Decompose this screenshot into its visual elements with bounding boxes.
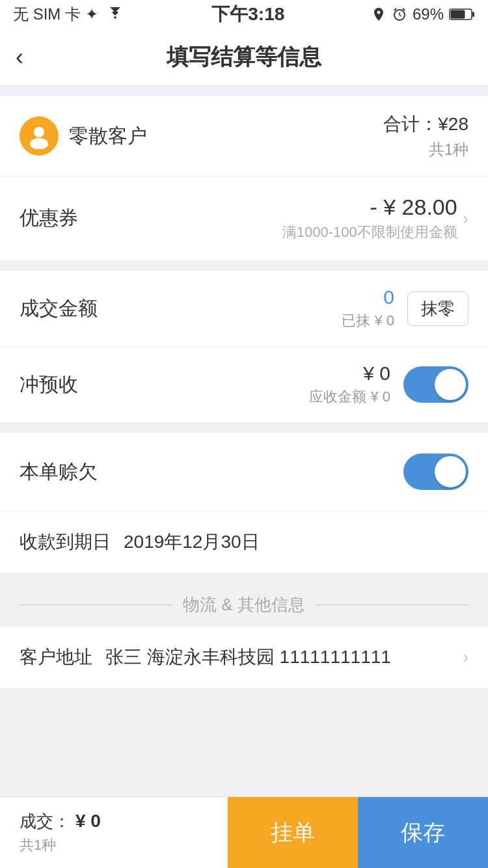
debit-toggle[interactable] [403, 454, 468, 490]
hold-button[interactable]: 挂单 [228, 797, 358, 868]
customer-avatar [20, 116, 59, 156]
deal-amount-sub: 已抹 ¥ 0 [342, 311, 394, 331]
status-time: 下午3:18 [211, 2, 284, 27]
nav-bar: ‹ 填写结算等信息 [0, 29, 488, 86]
logistics-divider-text: 物流 & 其他信息 [183, 593, 305, 616]
divider-line-left [20, 604, 172, 605]
address-label: 客户地址 [20, 645, 92, 670]
address-row[interactable]: 客户地址 张三 海淀永丰科技园 11111111111 › [0, 627, 488, 688]
customer-total: 合计：¥28 [383, 112, 468, 137]
svg-point-5 [30, 138, 48, 149]
logistics-divider: 物流 & 其他信息 [0, 583, 488, 627]
coupon-right: - ¥ 28.00 满1000-100不限制使用金额 › [282, 195, 468, 242]
footer-deal-amount: ¥ 0 [75, 811, 101, 832]
debit-label: 本单赊欠 [20, 459, 98, 485]
coupon-amount: - ¥ 28.00 [282, 195, 457, 220]
deal-amount-right: 0 已抹 ¥ 0 抹零 [342, 286, 468, 331]
customer-count: 共1种 [383, 139, 468, 160]
debit-row: 本单赊欠 [0, 433, 488, 511]
page-title: 填写结算等信息 [167, 42, 321, 72]
deal-amount-row: 成交金额 0 已抹 ¥ 0 抹零 [0, 271, 488, 347]
customer-name: 零散客户 [69, 123, 147, 150]
due-date-label: 收款到期日 [20, 530, 111, 554]
footer-info: 成交： ¥ 0 共1种 [0, 797, 228, 868]
prepayment-right: ¥ 0 应收金额 ¥ 0 [309, 362, 468, 407]
coupon-row[interactable]: 优惠券 - ¥ 28.00 满1000-100不限制使用金额 › [0, 176, 488, 260]
customer-right: 合计：¥28 共1种 [383, 112, 468, 160]
prepayment-sub: 应收金额 ¥ 0 [309, 387, 390, 407]
coupon-desc: 满1000-100不限制使用金额 [282, 223, 457, 242]
round-zero-button[interactable]: 抹零 [407, 292, 468, 326]
debit-section: 本单赊欠 收款到期日 2019年12月30日 [0, 433, 488, 573]
location-icon [371, 7, 386, 22]
no-sim-text: 无 SIM 卡 ✦ [13, 4, 98, 25]
customer-row: 零散客户 合计：¥28 共1种 [0, 96, 488, 176]
customer-section: 零散客户 合计：¥28 共1种 优惠券 - ¥ 28.00 满1000-100不… [0, 96, 488, 260]
save-button[interactable]: 保存 [358, 797, 488, 868]
footer-count: 共1种 [20, 835, 208, 855]
back-button[interactable]: ‹ [16, 44, 23, 71]
prepayment-toggle[interactable] [403, 366, 468, 403]
battery-icon [449, 8, 475, 21]
due-date-row[interactable]: 收款到期日 2019年12月30日 [0, 511, 488, 573]
due-date-value: 2019年12月30日 [124, 530, 260, 554]
prepayment-label: 冲预收 [20, 372, 78, 398]
prepayment-amount: ¥ 0 [363, 362, 390, 384]
svg-point-4 [34, 127, 44, 137]
address-value: 张三 海淀永丰科技园 11111111111 [105, 645, 463, 670]
transaction-section: 成交金额 0 已抹 ¥ 0 抹零 冲预收 ¥ 0 应收金额 ¥ 0 [0, 271, 488, 422]
address-chevron: › [463, 647, 468, 668]
footer-deal-label: 成交： [20, 810, 70, 833]
prepayment-row: 冲预收 ¥ 0 应收金额 ¥ 0 [0, 347, 488, 422]
footer: 成交： ¥ 0 共1种 挂单 保存 [0, 796, 488, 868]
status-bar: 无 SIM 卡 ✦ 下午3:18 69% [0, 0, 488, 29]
coupon-label: 优惠券 [20, 205, 78, 232]
deal-amount-label: 成交金额 [20, 295, 98, 322]
customer-left: 零散客户 [20, 116, 147, 156]
coupon-chevron-icon: › [463, 208, 468, 229]
svg-rect-2 [450, 10, 465, 19]
svg-rect-3 [472, 12, 474, 17]
deal-amount-value[interactable]: 0 [383, 286, 394, 308]
alarm-icon [392, 7, 407, 22]
status-right: 69% [371, 5, 475, 23]
battery-text: 69% [413, 5, 444, 23]
divider-line-right [316, 604, 468, 605]
wifi-icon [105, 7, 126, 21]
status-left: 无 SIM 卡 ✦ [13, 4, 126, 25]
customer-icon [26, 123, 52, 149]
address-section: 客户地址 张三 海淀永丰科技园 11111111111 › [0, 627, 488, 688]
